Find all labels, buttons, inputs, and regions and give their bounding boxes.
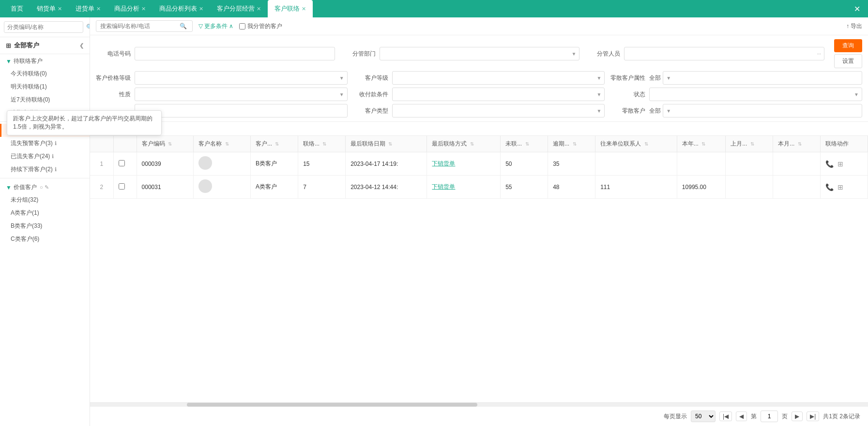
nav-purchase-label: 进货单 — [76, 4, 94, 13]
customer-table: 客户编码 ⇅ 客户名称 ⇅ 客户... ⇅ 联络... — [90, 136, 868, 199]
col-name-sort-icon[interactable]: ⇅ — [225, 141, 229, 147]
sidebar-item-ungrouped-label: 未分组(32) — [11, 196, 38, 204]
export-button[interactable]: ↑ 导出 — [846, 22, 862, 30]
nav-analysis[interactable]: 商品分析 ✕ — [107, 0, 152, 17]
col-contact-person-sort-icon[interactable]: ⇅ — [644, 141, 648, 147]
customer-search-icon[interactable]: 🔍 — [180, 23, 187, 29]
search-input-wrap: 🔍 — [96, 20, 193, 32]
sidebar-collapse-icon[interactable]: ❮ — [79, 43, 84, 49]
row2-last-contact-date: 2023-04-12 14:44: — [346, 176, 427, 199]
last-page-button[interactable]: ▶| — [807, 411, 819, 421]
window-close-button[interactable]: ✕ — [850, 4, 864, 14]
settings-button[interactable]: 设置 — [834, 54, 862, 68]
filter-row-3: 性质 ▼ 收付款条件 ▼ 状态 — [96, 88, 862, 101]
filter-department-select[interactable]: ▼ — [380, 47, 580, 60]
row1-phone-icon[interactable]: 📞 — [825, 160, 834, 168]
my-customers-checkbox-area[interactable]: 我分管的客户 — [239, 22, 282, 30]
filter-price-level-select[interactable]: ▼ — [135, 71, 348, 85]
customer-search-input[interactable] — [100, 23, 178, 29]
sidebar-item-declining[interactable]: 持续下滑客户(2) ℹ — [0, 163, 90, 176]
col-checkbox — [113, 136, 137, 152]
row2-more-icon[interactable]: ⊞ — [838, 183, 843, 191]
filter-phone-input[interactable] — [135, 47, 335, 60]
col-contact-sort-icon[interactable]: ⇅ — [322, 141, 326, 147]
row1-checkbox[interactable] — [119, 160, 125, 166]
row2-action-buttons: 📞 ⊞ — [825, 183, 863, 191]
prev-page-button[interactable]: ◀ — [736, 411, 747, 421]
col-this-year-sort-icon[interactable]: ⇅ — [701, 141, 705, 147]
sidebar-item-today[interactable]: 今天待联络(0) — [0, 67, 90, 80]
col-contact-person-label: 往来单位联系人 — [600, 140, 641, 147]
col-last-month-sort-icon[interactable]: ⇅ — [750, 141, 754, 147]
sidebar-item-loss-warning[interactable]: 流失预警客户(3) ℹ — [0, 137, 90, 150]
row1-contact: 15 — [298, 152, 346, 176]
nav-purchase[interactable]: 进货单 ✕ — [69, 0, 107, 17]
sidebar-item-tomorrow[interactable]: 明天待联络(1) — [0, 80, 90, 93]
filter-customer-level-select[interactable]: ▼ — [392, 71, 605, 85]
per-page-select[interactable]: 50 20 100 — [691, 411, 716, 422]
sidebar-item-lost[interactable]: 已流失客户(24) ℹ — [0, 150, 90, 163]
row2-actions: 📞 ⊞ — [821, 176, 868, 199]
sidebar-item-7days[interactable]: 近7天待联络(0) — [0, 93, 90, 106]
more-conditions-button[interactable]: ▽ 更多条件 ∧ — [198, 22, 233, 30]
col-last-contact-method-sort-icon[interactable]: ⇅ — [470, 141, 474, 147]
filter-customer-type-select[interactable]: ▼ — [392, 104, 605, 118]
scrollbar-thumb[interactable] — [187, 403, 477, 407]
col-unread-sort-icon[interactable]: ⇅ — [525, 141, 529, 147]
filter-manager-select[interactable]: ··· — [624, 47, 824, 60]
filter-status-select[interactable]: ▼ — [649, 88, 862, 101]
col-this-month-sort-icon[interactable]: ⇅ — [798, 141, 802, 147]
pending-section-label: 待联络客户 — [14, 57, 43, 65]
filter-payment-select[interactable]: ▼ — [392, 88, 605, 101]
filter-action-buttons: 查询 设置 — [830, 39, 862, 68]
nav-customer-segment-close[interactable]: ✕ — [257, 6, 261, 12]
col-code-sort-icon[interactable]: ⇅ — [168, 141, 172, 147]
nav-home[interactable]: 首页 — [4, 0, 30, 17]
nav-customer-contact[interactable]: 客户联络 ✕ — [268, 0, 313, 17]
sidebar-item-b-class[interactable]: B类客户(33) — [0, 220, 90, 233]
sidebar-item-c-class[interactable]: C类客户(6) — [0, 233, 90, 246]
current-page-input[interactable] — [761, 411, 778, 422]
my-customers-checkbox[interactable] — [239, 23, 245, 29]
sidebar-all-customers-label: 全部客户 — [14, 41, 39, 50]
next-page-button[interactable]: ▶ — [792, 411, 803, 421]
nav-analysis-list[interactable]: 商品分析列表 ✕ — [152, 0, 210, 17]
nav-customer-segment[interactable]: 客户分层经营 ✕ — [210, 0, 268, 17]
sidebar-all-customers[interactable]: ⊞ 全部客户 ❮ — [0, 37, 90, 54]
row1-last-contact-method-link[interactable]: 下销货单 — [432, 160, 455, 167]
row1-index: 1 — [90, 152, 113, 176]
sidebar-item-a-class[interactable]: A类客户(1) — [0, 206, 90, 220]
col-type-sort-icon[interactable]: ⇅ — [275, 141, 279, 147]
pagination: 每页显示 50 20 100 |◀ ◀ 第 页 ▶ ▶| 共1页 2条记录 — [90, 406, 868, 426]
nav-purchase-close[interactable]: ✕ — [96, 6, 101, 12]
row2-last-contact-method-link[interactable]: 下销货单 — [432, 183, 455, 190]
value-group-edit-icon[interactable]: ○ ✎ — [40, 184, 49, 191]
sidebar-search-icon[interactable]: 🔍 — [86, 24, 90, 30]
nav-customer-contact-close[interactable]: ✕ — [302, 6, 306, 12]
row1-more-icon[interactable]: ⊞ — [838, 160, 843, 168]
sidebar-item-ungrouped[interactable]: 未分组(32) — [0, 193, 90, 206]
nav-sales-close[interactable]: ✕ — [58, 6, 62, 12]
nav-analysis-close[interactable]: ✕ — [141, 6, 146, 12]
row2-phone-icon[interactable]: 📞 — [825, 183, 834, 191]
nav-sales[interactable]: 销货单 ✕ — [30, 0, 69, 17]
sidebar-search-input[interactable] — [4, 21, 83, 33]
filter-retail-customer-select[interactable]: ▼ — [663, 104, 862, 118]
col-last-contact-date-sort-icon[interactable]: ⇅ — [388, 141, 392, 147]
nav-analysis-list-close[interactable]: ✕ — [199, 6, 203, 12]
sidebar-value-group[interactable]: ▼ 价值客户 ○ ✎ — [0, 180, 90, 193]
filter-retail-attr-select[interactable]: ▼ — [663, 71, 862, 85]
row1-name — [194, 152, 251, 176]
col-overdue-sort-icon[interactable]: ⇅ — [573, 141, 577, 147]
filter-retail-customer-value: 全部 — [649, 107, 661, 115]
query-button[interactable]: 查询 — [834, 39, 862, 52]
row2-checkbox[interactable] — [119, 183, 125, 190]
total-info: 共1页 2条记录 — [823, 412, 860, 421]
filter-nature-select[interactable]: ▼ — [135, 88, 348, 101]
lost-info-icon: ℹ — [52, 153, 54, 160]
table-row: 1 000039 B类客户 15 2023-04-17 14:19: 下销货单 … — [90, 152, 868, 176]
first-page-button[interactable]: |◀ — [719, 411, 732, 421]
sidebar-pending-section[interactable]: ▼ 待联络客户 — [0, 54, 90, 67]
filter-more-select[interactable] — [135, 104, 348, 118]
horizontal-scrollbar[interactable] — [90, 402, 868, 406]
